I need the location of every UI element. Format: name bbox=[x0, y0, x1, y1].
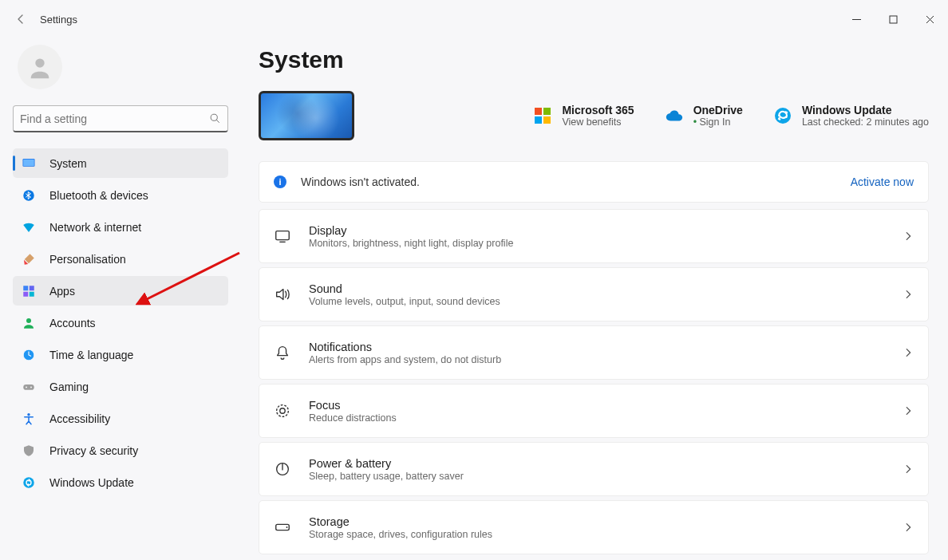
display-icon bbox=[274, 227, 291, 245]
maximize-button[interactable] bbox=[875, 6, 911, 32]
nav: System Bluetooth & devices Network & int… bbox=[13, 148, 228, 497]
microsoft365-tile[interactable]: Microsoft 365 View benefits bbox=[533, 104, 634, 128]
svg-point-1 bbox=[35, 58, 44, 67]
wallpaper-preview[interactable] bbox=[259, 91, 354, 140]
svg-point-16 bbox=[27, 413, 30, 416]
card-sub: Reduce distractions bbox=[309, 412, 397, 424]
minimize-button[interactable] bbox=[838, 6, 875, 32]
chevron-right-icon bbox=[903, 463, 914, 475]
activate-now-link[interactable]: Activate now bbox=[851, 175, 914, 188]
info-icon: i bbox=[274, 175, 286, 188]
svg-rect-21 bbox=[543, 116, 551, 124]
card-sub: Sleep, battery usage, battery saver bbox=[309, 471, 464, 482]
sidebar-item-network[interactable]: Network & internet bbox=[13, 212, 228, 242]
overview-row: Microsoft 365 View benefits OneDrive Sig… bbox=[259, 91, 929, 140]
close-button[interactable] bbox=[911, 6, 948, 32]
sidebar-item-label: System bbox=[49, 157, 87, 170]
svg-rect-8 bbox=[23, 291, 28, 296]
svg-rect-20 bbox=[535, 116, 542, 124]
card-storage[interactable]: StorageStorage space, drives, configurat… bbox=[259, 500, 929, 554]
card-notifications[interactable]: NotificationsAlerts from apps and system… bbox=[259, 325, 929, 380]
banner-message: Windows isn't activated. bbox=[301, 175, 420, 188]
card-display[interactable]: DisplayMonitors, brightness, night light… bbox=[259, 209, 929, 263]
card-title: Storage bbox=[309, 515, 492, 528]
wifi-icon bbox=[21, 219, 37, 235]
sidebar-item-bluetooth[interactable]: Bluetooth & devices bbox=[13, 180, 228, 210]
sidebar-item-accessibility[interactable]: Accessibility bbox=[13, 404, 228, 433]
onedrive-tile[interactable]: OneDrive Sign In bbox=[665, 104, 743, 128]
main-content: System Microsoft 365 View benefits OneDr… bbox=[239, 38, 948, 560]
sidebar-item-update[interactable]: Windows Update bbox=[13, 467, 228, 497]
sidebar-item-privacy[interactable]: Privacy & security bbox=[13, 436, 228, 465]
sidebar-item-label: Apps bbox=[49, 285, 75, 298]
svg-rect-9 bbox=[30, 291, 34, 296]
svg-rect-6 bbox=[23, 286, 28, 290]
sidebar-item-apps[interactable]: Apps bbox=[13, 276, 228, 306]
sidebar-item-label: Personalisation bbox=[49, 253, 126, 266]
svg-rect-7 bbox=[30, 286, 34, 290]
update-icon bbox=[21, 475, 37, 491]
card-sub: Storage space, drives, configuration rul… bbox=[309, 529, 492, 540]
window-controls bbox=[838, 6, 948, 32]
card-focus[interactable]: FocusReduce distractions bbox=[259, 384, 929, 438]
card-title: Focus bbox=[309, 399, 397, 412]
storage-icon bbox=[274, 519, 291, 536]
update-sub: Last checked: 2 minutes ago bbox=[802, 116, 929, 128]
sidebar-item-accounts[interactable]: Accounts bbox=[13, 308, 228, 337]
svg-point-14 bbox=[26, 386, 27, 388]
page-title: System bbox=[259, 46, 929, 73]
chevron-right-icon bbox=[903, 289, 914, 300]
focus-icon bbox=[274, 402, 291, 420]
sidebar-item-label: Time & language bbox=[49, 349, 133, 361]
sidebar-item-system[interactable]: System bbox=[13, 148, 228, 178]
card-sub: Alerts from apps and system, do not dist… bbox=[309, 354, 501, 365]
back-button[interactable] bbox=[11, 10, 30, 29]
sidebar-item-label: Privacy & security bbox=[49, 444, 138, 457]
card-power[interactable]: Power & batterySleep, battery usage, bat… bbox=[259, 442, 929, 496]
sidebar-item-gaming[interactable]: Gaming bbox=[13, 372, 228, 401]
gamepad-icon bbox=[21, 379, 37, 395]
sidebar-item-time[interactable]: Time & language bbox=[13, 340, 228, 369]
shield-icon bbox=[21, 443, 37, 459]
onedrive-title: OneDrive bbox=[693, 104, 743, 116]
sidebar-item-label: Bluetooth & devices bbox=[49, 189, 148, 202]
monitor-icon bbox=[21, 156, 37, 172]
avatar[interactable] bbox=[18, 45, 62, 89]
onedrive-sub: Sign In bbox=[693, 116, 743, 128]
chevron-right-icon bbox=[903, 347, 914, 358]
svg-point-15 bbox=[30, 386, 32, 388]
person-icon bbox=[21, 315, 37, 331]
windows-update-icon bbox=[773, 106, 792, 125]
search-box[interactable] bbox=[13, 105, 228, 132]
clock-globe-icon bbox=[21, 347, 37, 363]
update-title: Windows Update bbox=[802, 104, 929, 116]
paintbrush-icon bbox=[21, 251, 37, 267]
windows-update-tile[interactable]: Windows Update Last checked: 2 minutes a… bbox=[773, 104, 929, 128]
chevron-right-icon bbox=[903, 231, 914, 242]
svg-rect-4 bbox=[23, 159, 34, 165]
search-icon bbox=[209, 112, 221, 124]
card-sub: Monitors, brightness, night light, displ… bbox=[309, 238, 513, 249]
svg-point-28 bbox=[286, 526, 288, 528]
onedrive-icon bbox=[665, 106, 684, 125]
svg-point-25 bbox=[280, 408, 285, 413]
svg-point-22 bbox=[775, 108, 791, 124]
svg-rect-13 bbox=[23, 385, 34, 390]
svg-point-17 bbox=[23, 477, 34, 488]
card-title: Notifications bbox=[309, 341, 501, 353]
chevron-right-icon bbox=[903, 522, 914, 533]
apps-icon bbox=[21, 283, 37, 299]
card-sound[interactable]: SoundVolume levels, output, input, sound… bbox=[259, 267, 929, 321]
sidebar-item-label: Accessibility bbox=[49, 412, 110, 425]
m365-sub: View benefits bbox=[562, 116, 634, 128]
search-input[interactable] bbox=[20, 112, 209, 125]
power-icon bbox=[274, 460, 291, 478]
svg-rect-0 bbox=[890, 16, 897, 23]
svg-rect-23 bbox=[276, 231, 290, 240]
titlebar: Settings bbox=[0, 0, 948, 38]
card-title: Power & battery bbox=[309, 457, 464, 470]
sidebar-item-label: Network & internet bbox=[49, 221, 141, 234]
svg-point-10 bbox=[26, 318, 31, 323]
sidebar-item-personalisation[interactable]: Personalisation bbox=[13, 244, 228, 274]
accessibility-icon bbox=[21, 411, 37, 427]
